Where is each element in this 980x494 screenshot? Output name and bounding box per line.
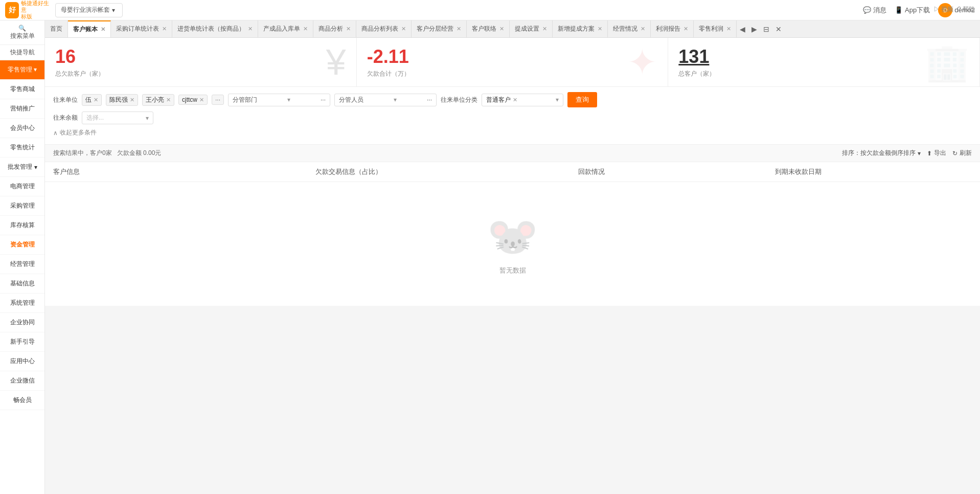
sidebar-item-ecommerce[interactable]: 电商管理: [0, 177, 44, 196]
tab-customer-tier[interactable]: 客户分层经营 ✕: [412, 20, 467, 38]
stat-label-amount: 欠款合计（万）: [367, 70, 658, 78]
tab-close-icon[interactable]: ✕: [303, 26, 308, 32]
dept-filter[interactable]: 分管部门 ▾ ···: [228, 94, 330, 106]
sidebar-item-retail-stats[interactable]: 零售统计: [0, 138, 44, 158]
unit-tag-wu-close[interactable]: ✕: [94, 97, 98, 103]
tab-close-icon[interactable]: ✕: [683, 26, 688, 32]
tab-close-icon[interactable]: ✕: [101, 26, 105, 33]
sidebar-quick-nav[interactable]: 快捷导航: [0, 45, 44, 60]
sidebar-item-retail-mall[interactable]: 零售商城: [0, 80, 44, 99]
tab-close-icon[interactable]: ✕: [346, 26, 351, 32]
stat-bg-icon-total: 🏢: [925, 41, 969, 83]
tab-product-analysis-list[interactable]: 商品分析列表 ✕: [356, 20, 412, 38]
export-btn[interactable]: ⬆ 导出: [927, 149, 946, 158]
tab-bar: 首页 客户账本 ✕ 采购订单统计表 ✕ 进货单统计表（按商品） ✕ 产成品入库单…: [45, 20, 980, 38]
tab-close-icon[interactable]: ✕: [248, 26, 253, 32]
tab-purchase-order-stats[interactable]: 采购订单统计表 ✕: [111, 20, 172, 38]
remainder-filter[interactable]: 选择... ▾: [82, 111, 153, 124]
message-icon: 💬: [863, 6, 871, 14]
unit-tag-chen-close[interactable]: ✕: [130, 97, 134, 103]
tab-nav-menu[interactable]: ⊟: [760, 20, 772, 38]
sidebar-item-purchase[interactable]: 采购管理: [0, 196, 44, 216]
filter-area: 往来单位 伍 ✕ 陈民强 ✕ 王小亮 ✕: [45, 87, 980, 145]
sidebar-search[interactable]: 🔍 搜索菜单: [0, 20, 44, 45]
stats-bar: 16 总欠款客户（家） ¥ -2.11 欠款合计（万） ✦ 131 总客户（家）…: [45, 38, 980, 87]
tab-close-icon[interactable]: ✕: [598, 26, 602, 32]
stat-bg-icon-amount: ✦: [627, 41, 657, 83]
unit-tag-cj-close[interactable]: ✕: [199, 97, 204, 103]
search-icon: 🔍: [18, 25, 26, 32]
tab-production-inbound[interactable]: 产成品入库单 ✕: [258, 20, 313, 38]
sidebar-item-wholesale[interactable]: 批发管理 ▾: [0, 158, 44, 177]
app-download-btn[interactable]: 📱 App下载: [895, 6, 930, 15]
tab-inbound-stats[interactable]: 进货单统计表（按商品） ✕: [172, 20, 258, 38]
tab-close-icon[interactable]: ✕: [457, 26, 461, 32]
account-dropdown[interactable]: 母婴行业演示帐套 ▾: [55, 3, 123, 17]
tab-close-icon[interactable]: ✕: [726, 26, 731, 32]
tab-customer-ledger[interactable]: 客户账本 ✕: [68, 20, 111, 38]
tab-customer-contact[interactable]: 客户联络 ✕: [467, 20, 510, 38]
category-tag: 普通客户 ✕: [486, 96, 517, 104]
unit-tag-wang-close[interactable]: ✕: [166, 97, 171, 103]
unit-filter-label: 往来单位: [53, 96, 78, 104]
main-content: 16 总欠款客户（家） ¥ -2.11 欠款合计（万） ✦ 131 总客户（家）…: [45, 38, 980, 494]
tab-close-icon[interactable]: ✕: [162, 26, 167, 32]
col-due-date: 到期未收款日期: [775, 167, 972, 176]
tab-close-icon[interactable]: ✕: [401, 26, 406, 32]
logo-text: 畅捷通好生意 标版: [21, 0, 50, 20]
tab-close-icon[interactable]: ✕: [499, 26, 504, 32]
tab-close-icon[interactable]: ✕: [641, 26, 645, 32]
remainder-dropdown-icon: ▾: [146, 115, 149, 122]
query-button[interactable]: 查询: [567, 92, 597, 107]
sidebar-item-member-center[interactable]: 会员中心: [0, 119, 44, 138]
tab-nav-close-all[interactable]: ✕: [772, 20, 785, 38]
stat-value-customers: 16: [55, 46, 346, 68]
empty-state: 🐭 暂无数据: [45, 182, 980, 306]
unit-tag-wang[interactable]: 王小亮 ✕: [142, 94, 174, 106]
sidebar-item-marketing[interactable]: 营销推广: [0, 99, 44, 119]
unit-tag-cj[interactable]: cjttcw ✕: [178, 95, 208, 105]
table-header: 客户信息 欠款交易信息（占比） 回款情况 到期未收款日期: [45, 162, 980, 182]
tab-nav-next[interactable]: ▶: [748, 20, 760, 38]
sidebar-item-app-center[interactable]: 应用中心: [0, 352, 44, 371]
unit-tag-wu[interactable]: 伍 ✕: [82, 94, 102, 106]
sidebar-item-system[interactable]: 系统管理: [0, 294, 44, 313]
message-label: 消息: [873, 6, 886, 15]
more-tags-btn[interactable]: ···: [212, 95, 224, 105]
top-bar: 好 畅捷通好生意 标版 母婴行业演示帐套 ▾ 💬 消息 📱 App下载 D de…: [0, 0, 980, 20]
sidebar-item-operations[interactable]: 经营管理: [0, 255, 44, 274]
unit-category-filter[interactable]: 普通客户 ✕ ▾: [482, 94, 563, 106]
sidebar-item-enterprise-collab[interactable]: 企业协同: [0, 313, 44, 332]
tab-retail-profit[interactable]: 零售利润 ✕: [694, 20, 737, 38]
tab-new-commission[interactable]: 新增提成方案 ✕: [553, 20, 608, 38]
collapse-btn[interactable]: ∧ 收起更多条件: [53, 126, 972, 139]
tab-profit-report[interactable]: 利润报告 ✕: [651, 20, 694, 38]
col-repayment: 回款情况: [578, 167, 775, 176]
person-more-icon: ···: [427, 96, 432, 103]
unit-tag-chen[interactable]: 陈民强 ✕: [106, 94, 138, 106]
sort-select[interactable]: 排序：按欠款金额倒序排序 ▾: [842, 149, 921, 158]
stat-card-amount: -2.11 欠款合计（万） ✦: [357, 38, 669, 86]
tab-close-icon[interactable]: ✕: [542, 26, 547, 32]
sidebar-item-retail-management[interactable]: 零售管理 ▾: [0, 60, 44, 80]
refresh-icon: ↻: [952, 150, 958, 157]
sidebar-search-label: 搜索菜单: [10, 32, 35, 39]
sidebar-item-basic-info[interactable]: 基础信息: [0, 274, 44, 294]
sidebar-item-enterprise-wechat[interactable]: 企业微信: [0, 371, 44, 391]
person-filter[interactable]: 分管人员 ▾ ···: [334, 94, 437, 106]
tab-nav-prev[interactable]: ◀: [737, 20, 748, 38]
sidebar-item-vip-member[interactable]: 畅会员: [0, 391, 44, 410]
sidebar-item-inventory[interactable]: 库存核算: [0, 216, 44, 235]
result-bar: 搜索结果中，客户0家 欠款金额 0.00元 排序：按欠款金额倒序排序 ▾ ⬆ 导…: [45, 145, 980, 162]
category-tag-close[interactable]: ✕: [513, 97, 517, 103]
sidebar-item-new-guide[interactable]: 新手引导: [0, 332, 44, 352]
tab-home[interactable]: 首页: [45, 20, 68, 38]
refresh-btn[interactable]: ↻ 刷新: [952, 149, 972, 158]
sidebar-item-finance[interactable]: 资金管理: [0, 235, 44, 255]
stat-bg-icon-customers: ¥: [326, 42, 346, 83]
tab-business-status[interactable]: 经营情况 ✕: [608, 20, 651, 38]
message-btn[interactable]: 💬 消息: [863, 6, 886, 15]
tab-product-analysis[interactable]: 商品分析 ✕: [313, 20, 356, 38]
person-dropdown-icon: ▾: [394, 96, 397, 103]
tab-commission-setting[interactable]: 提成设置 ✕: [510, 20, 553, 38]
